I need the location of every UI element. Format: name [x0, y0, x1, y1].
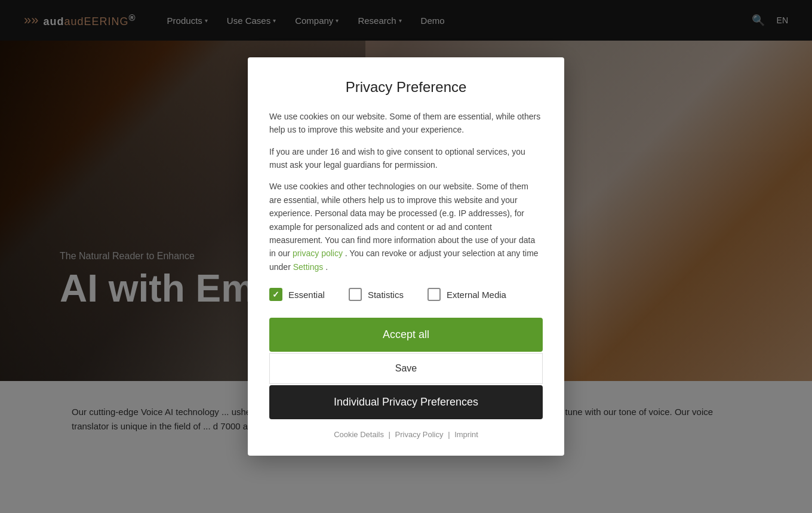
cookie-details-link[interactable]: Cookie Details: [334, 430, 384, 439]
modal-para3-end: .: [325, 262, 328, 272]
individual-privacy-button[interactable]: Individual Privacy Preferences: [269, 385, 543, 419]
footer-separator-2: |: [448, 430, 452, 439]
settings-link[interactable]: Settings: [293, 262, 324, 272]
modal-body: We use cookies on our website. Some of t…: [269, 110, 543, 274]
checkbox-essential[interactable]: Essential: [269, 288, 325, 301]
statistics-checkbox[interactable]: [349, 288, 362, 301]
imprint-link[interactable]: Imprint: [454, 430, 478, 439]
checkbox-external-media[interactable]: External Media: [427, 288, 506, 301]
modal-footer-links: Cookie Details | Privacy Policy | Imprin…: [269, 430, 543, 439]
save-button[interactable]: Save: [269, 353, 543, 384]
essential-checkbox[interactable]: [269, 288, 282, 301]
modal-para2: If you are under 16 and wish to give con…: [269, 145, 543, 172]
modal-title: Privacy Preference: [269, 79, 543, 96]
statistics-label: Statistics: [368, 290, 404, 300]
modal-para3-text: We use cookies and other technologies on…: [269, 182, 535, 258]
modal-backdrop: Privacy Preference We use cookies on our…: [0, 0, 812, 513]
modal-para3: We use cookies and other technologies on…: [269, 180, 543, 274]
privacy-policy-footer-link[interactable]: Privacy Policy: [395, 430, 444, 439]
essential-label: Essential: [288, 290, 325, 300]
checkbox-row: Essential Statistics External Media: [269, 288, 543, 301]
checkbox-statistics[interactable]: Statistics: [349, 288, 404, 301]
modal-para1: We use cookies on our website. Some of t…: [269, 110, 543, 137]
accept-all-button[interactable]: Accept all: [269, 318, 543, 352]
footer-separator-1: |: [389, 430, 393, 439]
privacy-preference-modal: Privacy Preference We use cookies on our…: [248, 57, 564, 456]
external-media-label: External Media: [447, 290, 506, 300]
external-media-checkbox[interactable]: [427, 288, 441, 301]
privacy-policy-link[interactable]: privacy policy: [293, 248, 343, 258]
